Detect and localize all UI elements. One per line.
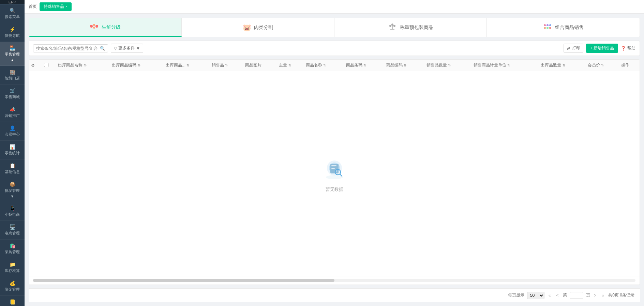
sort-icon: ⇅ bbox=[363, 63, 366, 67]
col-checkbox[interactable] bbox=[42, 60, 56, 71]
horizontal-scrollbar[interactable] bbox=[33, 279, 635, 282]
col-outcode[interactable]: 出库商品编码 ⇅ bbox=[110, 60, 164, 71]
sidebar-item-inventory[interactable]: 📁 库存核算 bbox=[0, 258, 25, 277]
info-icon: 📋 bbox=[10, 163, 15, 168]
sidebar-item-retailmall[interactable]: 🛒 零售商城 bbox=[0, 85, 25, 103]
svg-rect-21 bbox=[331, 165, 336, 166]
sort-icon: ⇅ bbox=[404, 63, 406, 67]
print-button[interactable]: 🖨 打印 bbox=[564, 44, 583, 53]
ledger-icon: 📒 bbox=[10, 299, 15, 305]
sidebar-item-marketing[interactable]: 📣 营销推广 bbox=[0, 103, 25, 122]
col-barcode[interactable]: 商品条码 ⇅ bbox=[344, 60, 384, 71]
money-icon: 💰 bbox=[10, 280, 15, 286]
page-size-select[interactable]: 50 100 200 bbox=[527, 292, 544, 299]
sidebar-item-member[interactable]: 👤 会员中心 bbox=[0, 122, 25, 141]
col-saleqty[interactable]: 销售品数量 ⇅ bbox=[424, 60, 471, 71]
sidebar-item-quicknav[interactable]: ⚡ 快捷导航 bbox=[0, 23, 25, 42]
col-sku[interactable]: 商品编码 ⇅ bbox=[384, 60, 424, 71]
col-saleunit[interactable]: 销售商品计量单位 ⇅ bbox=[471, 60, 539, 71]
pagination-next[interactable]: > bbox=[593, 292, 598, 299]
tab-scale-label: 称重预包装商品 bbox=[400, 25, 433, 31]
help-button[interactable]: ❓ 帮助 bbox=[621, 45, 635, 51]
tab-combo[interactable]: 组合商品销售 bbox=[487, 18, 640, 37]
folder-icon: 📁 bbox=[10, 262, 15, 267]
search-input[interactable] bbox=[36, 46, 99, 51]
col-sku-label: 商品编码 bbox=[386, 63, 403, 67]
toolbar: 🔍 ▽ 更多条件 ▼ 🖨 打印 + 新增销售品 ❓ 帮助 bbox=[29, 41, 640, 56]
svg-point-17 bbox=[326, 175, 343, 179]
sort-icon: ⇅ bbox=[323, 63, 326, 67]
col-settings[interactable]: ⚙ bbox=[29, 60, 42, 71]
svg-point-11 bbox=[544, 24, 546, 26]
scale-icon bbox=[388, 23, 397, 32]
total-text: 共0页 0条记录 bbox=[608, 292, 634, 298]
topbar-home[interactable]: 首页 bbox=[29, 4, 37, 10]
sort-icon: ⇅ bbox=[563, 63, 565, 67]
chart-icon: 📊 bbox=[10, 144, 15, 150]
settings-icon: ⚙ bbox=[31, 63, 35, 68]
col-memberprice[interactable]: 会员价 ⇅ bbox=[586, 60, 619, 71]
svg-point-12 bbox=[546, 24, 549, 26]
empty-text: 暂无数据 bbox=[326, 186, 343, 193]
add-product-button[interactable]: + 新增销售品 bbox=[586, 44, 618, 53]
tab-scale[interactable]: 称重预包装商品 bbox=[334, 18, 487, 37]
col-outname-label: 出库商品名称 bbox=[58, 63, 83, 67]
store-icon: 🏬 bbox=[10, 69, 15, 75]
filter-button[interactable]: ▽ 更多条件 ▼ bbox=[111, 44, 143, 53]
col-outsku[interactable]: 出库商品... ⇅ bbox=[164, 60, 210, 71]
sidebar-item-basicinfo[interactable]: 📋 基础信息 bbox=[0, 159, 25, 178]
page-label: 页 bbox=[586, 292, 590, 298]
pagination-next-last[interactable]: » bbox=[601, 292, 606, 299]
sidebar-item-search[interactable]: 🔍 搜索菜单 bbox=[0, 4, 25, 23]
sidebar-item-purchase[interactable]: 🛍️ 采购管理 bbox=[0, 240, 25, 258]
col-outqty[interactable]: 出库品数量 ⇅ bbox=[539, 60, 586, 71]
close-icon[interactable]: × bbox=[65, 5, 68, 9]
page-size-label: 每页显示 bbox=[508, 292, 524, 298]
page-content: 生鲜分级 🐷 肉类分割 称重预包 bbox=[25, 14, 644, 306]
sidebar-item-wholesale[interactable]: 📦 批发管理 ▼ bbox=[0, 178, 25, 202]
sidebar-item-ecommerce[interactable]: 🖥️ 电商管理 bbox=[0, 221, 25, 240]
help-label: 帮助 bbox=[627, 45, 635, 51]
search-box[interactable]: 🔍 bbox=[33, 44, 108, 52]
sidebar-item-label: 批发管理 bbox=[5, 188, 20, 193]
sidebar: ERP 🔍 搜索菜单 ⚡ 快捷导航 🏪 零售管理 ▲ 🏬 智慧门店 🛒 零售商城… bbox=[0, 0, 25, 306]
sidebar-item-label: 零售商城 bbox=[5, 94, 20, 100]
pagination-prev-first[interactable]: « bbox=[547, 292, 552, 299]
svg-point-15 bbox=[546, 27, 549, 29]
add-label: + 新增销售品 bbox=[590, 45, 614, 51]
sidebar-item-finance[interactable]: 💰 资金管理 bbox=[0, 277, 25, 296]
chevron-down-icon: ▼ bbox=[11, 194, 14, 198]
sort-icon: ⇅ bbox=[448, 63, 451, 67]
sidebar-item-retail[interactable]: 🏪 零售管理 ▲ bbox=[0, 42, 25, 66]
sidebar-item-smartstore[interactable]: 🏬 智慧门店 bbox=[0, 66, 25, 85]
svg-point-3 bbox=[93, 27, 95, 29]
svg-point-13 bbox=[549, 24, 551, 26]
sidebar-item-label: 搜索菜单 bbox=[5, 14, 20, 19]
main-content: 首页 特殊销售品 × 生鲜分级 � bbox=[25, 0, 644, 306]
sidebar-item-stats[interactable]: 📊 零售统计 bbox=[0, 141, 25, 159]
col-outname[interactable]: 出库商品名称 ⇅ bbox=[56, 60, 110, 71]
col-salesitem[interactable]: 销售品 ⇅ bbox=[210, 60, 243, 71]
pagination: 每页显示 50 100 200 « < 第 1 页 > » 共0页 0条记录 bbox=[29, 288, 640, 302]
sidebar-item-general[interactable]: 📒 总账管理 bbox=[0, 296, 25, 306]
col-image: 商品图片 bbox=[243, 60, 277, 71]
sort-icon: ⇅ bbox=[225, 63, 228, 67]
page-input[interactable]: 1 bbox=[570, 292, 583, 299]
select-all-checkbox[interactable] bbox=[44, 63, 48, 67]
scrollbar-area[interactable] bbox=[29, 276, 640, 285]
tab-fresh[interactable]: 生鲜分级 bbox=[29, 18, 182, 37]
col-saleunit-label: 销售商品计量单位 bbox=[474, 63, 506, 67]
scrollbar-thumb[interactable] bbox=[33, 279, 334, 282]
printer-icon: 🖨 bbox=[567, 46, 571, 51]
pagination-prev[interactable]: < bbox=[555, 292, 560, 299]
shopping-icon: 🛍️ bbox=[10, 243, 15, 248]
col-name[interactable]: 商品名称 ⇅ bbox=[304, 60, 344, 71]
col-weight[interactable]: 主量 ⇅ bbox=[277, 60, 303, 71]
sort-icon: ⇅ bbox=[288, 63, 291, 67]
sidebar-item-label: 零售管理 bbox=[5, 52, 20, 57]
tab-meat[interactable]: 🐷 肉类分割 bbox=[182, 18, 334, 37]
sidebar-item-miniapp[interactable]: 📱 小畅电商 bbox=[0, 202, 25, 221]
current-tab[interactable]: 特殊销售品 × bbox=[40, 2, 72, 11]
svg-point-14 bbox=[544, 27, 546, 29]
svg-point-16 bbox=[549, 27, 551, 29]
